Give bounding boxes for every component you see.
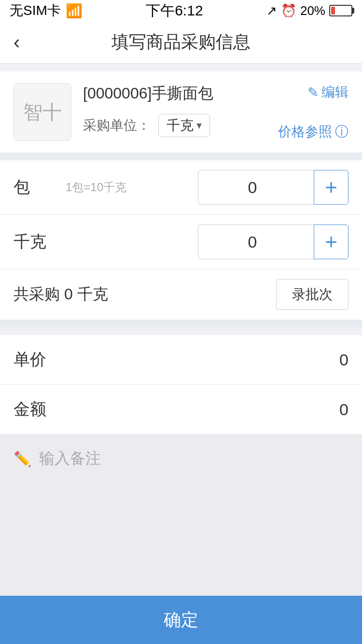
price-ref-label: 价格参照: [278, 123, 332, 141]
carrier-label: 无SIM卡: [10, 1, 61, 20]
bag-quantity-input[interactable]: [198, 170, 314, 205]
unit-value: 千克: [167, 116, 194, 135]
product-thumbnail: 智十: [14, 83, 71, 141]
nav-bar: ‹ 填写商品采购信息: [0, 21, 362, 64]
bag-label: 包: [14, 176, 62, 198]
summary-unit: 千克: [77, 285, 108, 303]
price-ref-button[interactable]: 价格参照 ⓘ: [278, 123, 348, 141]
unit-label: 采购单位：: [83, 116, 151, 135]
summary-row: 共采购 0 千克 录批次: [0, 269, 362, 320]
status-right: ↗ ⏰ 20%: [266, 3, 352, 18]
price-row: 单价 0: [0, 335, 362, 385]
bag-input-row: 包 1包=10千克 +: [0, 160, 362, 215]
confirm-button[interactable]: 确定: [0, 596, 362, 644]
edit-label: 编辑: [321, 83, 348, 101]
kg-quantity-input[interactable]: [198, 224, 314, 259]
summary-amount: 0: [64, 285, 73, 303]
price-value: 0: [339, 350, 348, 369]
kg-input-wrap: +: [62, 224, 348, 259]
pencil-icon: ✏️: [14, 450, 31, 467]
bag-plus-button[interactable]: +: [314, 170, 348, 205]
battery-icon: [329, 5, 352, 16]
wifi-icon: 📶: [66, 3, 83, 19]
input-section: 包 1包=10千克 + 千克 +: [0, 160, 362, 269]
amount-value: 0: [339, 400, 348, 419]
section-divider-1: [0, 153, 362, 160]
note-placeholder: 输入备注: [39, 448, 101, 469]
unit-select[interactable]: 千克 ▾: [158, 114, 210, 137]
status-bar: 无SIM卡 📶 下午6:12 ↗ ⏰ 20%: [0, 0, 362, 21]
alarm-icon: ⏰: [281, 3, 296, 18]
bag-sub-label: 1包=10千克: [66, 180, 126, 195]
amount-row: 金额 0: [0, 385, 362, 434]
kg-label: 千克: [14, 231, 62, 253]
status-time: 下午6:12: [146, 1, 203, 21]
detail-section: 单价 0 金额 0: [0, 335, 362, 434]
kg-input-row: 千克 +: [0, 215, 362, 269]
section-divider-2: [0, 320, 362, 327]
back-button[interactable]: ‹: [14, 31, 20, 53]
kg-plus-button[interactable]: +: [314, 224, 348, 259]
price-label: 单价: [14, 349, 46, 371]
amount-label: 金额: [14, 398, 46, 420]
edit-button[interactable]: ✎ 编辑: [307, 83, 348, 101]
status-left: 无SIM卡 📶: [10, 1, 83, 20]
location-icon: ↗: [266, 3, 277, 18]
note-section[interactable]: ✏️ 输入备注: [0, 434, 362, 483]
batch-button[interactable]: 录批次: [276, 279, 348, 310]
edit-icon: ✎: [307, 84, 319, 100]
product-card: 智十 [0000006]手撕面包 采购单位： 千克 ▾ ✎ 编辑 价格参照 ⓘ: [0, 71, 362, 153]
bag-input-wrap: +: [126, 170, 348, 205]
page-title: 填写商品采购信息: [111, 30, 251, 54]
info-icon: ⓘ: [335, 123, 348, 141]
summary-text: 共采购 0 千克: [14, 284, 108, 305]
summary-prefix: 共采购: [14, 285, 60, 303]
product-thumb-text: 智十: [23, 102, 62, 122]
chevron-down-icon: ▾: [196, 119, 202, 132]
battery-percent: 20%: [300, 3, 325, 18]
